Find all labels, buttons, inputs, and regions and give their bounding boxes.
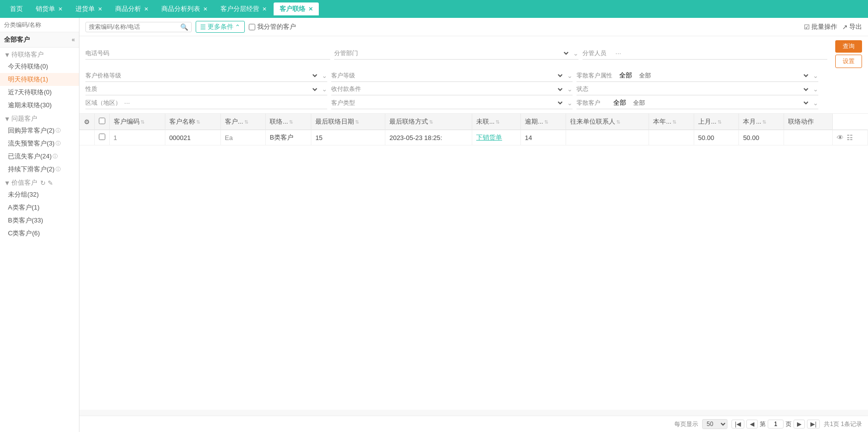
all-customers-label: 全部客户 xyxy=(4,35,30,44)
phone-input[interactable] xyxy=(118,50,330,57)
field-manager: 分管人员 ··· xyxy=(582,49,827,60)
nav-item-purchase[interactable]: 进货单 ✕ xyxy=(70,2,108,15)
search-input[interactable] xyxy=(89,23,178,30)
sidebar-item-ungrouped[interactable]: 未分组(32) xyxy=(0,188,79,201)
query-button[interactable]: 查询 xyxy=(835,40,862,53)
col-contact-count-header[interactable]: 联络...⇅ xyxy=(266,114,311,130)
col-last-month-header[interactable]: 上月...⇅ xyxy=(694,114,739,130)
nav-close-customer-contact[interactable]: ✕ xyxy=(308,6,313,12)
sidebar-item-churn-warning[interactable]: 流失预警客户(3) ⓘ xyxy=(0,137,79,150)
sidebar-item-class-b[interactable]: B类客户(33) xyxy=(0,214,79,227)
action-eye-icon[interactable]: 👁 xyxy=(837,134,844,142)
nav-item-customer-contact[interactable]: 客户联络 ✕ xyxy=(274,2,319,15)
collapse-icon[interactable]: « xyxy=(72,36,75,43)
nav-item-home[interactable]: 首页 xyxy=(4,2,29,15)
sidebar-item-tomorrow[interactable]: 明天待联络(1) xyxy=(0,73,79,86)
col-last-method-header[interactable]: 最后联络方式⇅ xyxy=(385,114,472,130)
field-customer-grade: 客户等级 ⌄ xyxy=(331,72,573,82)
retail-customer-select[interactable]: 全部 xyxy=(631,99,810,107)
row-name-cell: Ea xyxy=(220,130,266,145)
retail-attr-select[interactable]: 全部 xyxy=(637,72,810,79)
row-contact-count-cell: 15 xyxy=(311,130,385,145)
dept-select[interactable] xyxy=(367,49,571,57)
col-contact-person-header[interactable]: 往来单位联系人⇅ xyxy=(566,114,649,130)
nature-select[interactable] xyxy=(118,85,319,93)
sidebar-search-input[interactable] xyxy=(4,21,78,28)
col-last-date-header[interactable]: 最后联络日期⇅ xyxy=(311,114,385,130)
sidebar-item-class-a[interactable]: A类客户(1) xyxy=(0,201,79,214)
action-grid-icon[interactable]: ☷ xyxy=(847,134,853,142)
nav-close-purchase[interactable]: ✕ xyxy=(98,6,102,12)
field-payment: 收付款条件 ⌄ xyxy=(331,85,573,95)
customer-type-select[interactable] xyxy=(364,99,565,107)
nav-close-analysis[interactable]: ✕ xyxy=(144,6,148,12)
col-this-year-header[interactable]: 本年...⇅ xyxy=(649,114,694,130)
col-not-contact-header[interactable]: 未联...⇅ xyxy=(472,114,521,130)
sidebar-group-pending-triangle: ▼ xyxy=(4,51,10,59)
field-price-level: 客户价格等级 ⌄ xyxy=(85,72,327,82)
gear-icon[interactable]: ⚙ xyxy=(84,118,90,126)
sidebar-item-today[interactable]: 今天待联络(0) xyxy=(0,60,79,73)
export-icon: ↗ xyxy=(842,23,848,31)
field-customer-type: 客户类型 ⌄ xyxy=(331,99,573,109)
sort-icon-name: ⇅ xyxy=(196,119,200,125)
pagination-bar: 每页显示 50 100 200 |◀ ◀ 第 页 ▶ ▶| 共1页 1条记录 xyxy=(79,416,868,432)
table-hscroll[interactable] xyxy=(79,410,868,416)
row-checkbox[interactable] xyxy=(99,134,105,140)
page-number-input[interactable] xyxy=(768,420,784,429)
manager-dots[interactable]: ··· xyxy=(615,49,621,57)
info-icon-3: ⓘ xyxy=(53,153,58,160)
edit-icon[interactable]: ✎ xyxy=(48,179,53,187)
col-this-month-header[interactable]: 本月...⇅ xyxy=(739,114,784,130)
col-overdue-header[interactable]: 逾期...⇅ xyxy=(521,114,566,130)
prev-page-btn[interactable]: ◀ xyxy=(746,420,758,429)
refresh-icon[interactable]: ↻ xyxy=(40,179,46,187)
reset-button[interactable]: 设置 xyxy=(835,55,862,68)
sidebar-item-churned[interactable]: 已流失客户(24) ⓘ xyxy=(0,150,79,163)
sidebar-item-declining[interactable]: 持续下滑客户(2) ⓘ xyxy=(0,163,79,176)
field-phone: 电话号码 xyxy=(85,49,330,60)
table-row: 1 000021 Ea B类客户 15 2023-05-23 18:25: 下销… xyxy=(79,130,868,145)
sort-icon-this-month: ⇅ xyxy=(762,119,766,125)
batch-op-btn[interactable]: ☑ 批量操作 xyxy=(804,22,837,31)
sidebar-all-customers-header[interactable]: 全部客户 « xyxy=(0,32,79,48)
checkbox-icon: ☑ xyxy=(804,23,810,31)
customer-grade-select[interactable] xyxy=(364,72,565,79)
export-btn[interactable]: ↗ 导出 xyxy=(842,22,862,31)
col-gear-header: ⚙ xyxy=(79,114,94,130)
nav-item-analysis-list[interactable]: 商品分析列表 ✕ xyxy=(155,2,214,15)
payment-select[interactable] xyxy=(364,85,565,93)
nav-item-customer-tier[interactable]: 客户分层经营 ✕ xyxy=(215,2,273,15)
sidebar-item-repurchase[interactable]: 回购异常客户(2) ⓘ xyxy=(0,124,79,137)
my-customers-checkbox[interactable] xyxy=(249,24,255,30)
sidebar-item-7days[interactable]: 近7天待联络(0) xyxy=(0,86,79,99)
more-conditions-btn[interactable]: ☰ 更多条件 ⌃ xyxy=(196,21,245,33)
region-dots[interactable]: ··· xyxy=(124,99,130,107)
field-retail-attr: 零散客户属性 全部 全部 ⌄ xyxy=(577,71,818,82)
last-page-btn[interactable]: ▶| xyxy=(807,420,820,429)
filter-icon: ☰ xyxy=(200,23,206,31)
status-select[interactable] xyxy=(609,85,810,93)
nav-close-sales[interactable]: ✕ xyxy=(58,6,63,12)
nav-item-analysis[interactable]: 商品分析 ✕ xyxy=(109,2,154,15)
price-level-select[interactable] xyxy=(124,72,319,79)
col-type-header[interactable]: 客户...⇅ xyxy=(220,114,266,130)
nav-close-analysis-list[interactable]: ✕ xyxy=(203,6,208,12)
col-name-header[interactable]: 客户名称⇅ xyxy=(165,114,220,130)
sidebar-item-overdue-contact[interactable]: 逾期未联络(30) xyxy=(0,99,79,112)
nav-item-sales[interactable]: 销货单 ✕ xyxy=(30,2,69,15)
last-method-link[interactable]: 下销货单 xyxy=(476,134,502,141)
per-page-select[interactable]: 50 100 200 xyxy=(702,419,727,429)
col-code-header[interactable]: 客户编码⇅ xyxy=(109,114,165,130)
my-customers-checkbox-wrapper[interactable]: 我分管的客户 xyxy=(249,22,296,31)
field-status: 状态 ⌄ xyxy=(577,85,818,95)
first-page-btn[interactable]: |◀ xyxy=(731,420,744,429)
retail-attr-chevron: ⌄ xyxy=(813,72,818,79)
row-gear-cell xyxy=(79,130,94,145)
select-all-checkbox[interactable] xyxy=(99,118,105,124)
search-icon[interactable]: 🔍 xyxy=(180,23,188,31)
sort-icon-last-month: ⇅ xyxy=(718,119,722,125)
nav-close-customer-tier[interactable]: ✕ xyxy=(262,6,267,12)
next-page-btn[interactable]: ▶ xyxy=(794,420,805,429)
sidebar-item-class-c[interactable]: C类客户(6) xyxy=(0,227,79,240)
